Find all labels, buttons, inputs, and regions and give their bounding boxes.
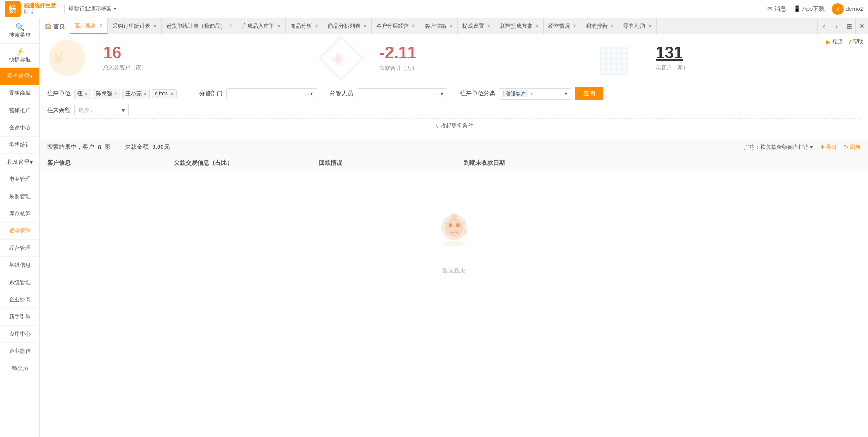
tab-close-all-button[interactable]: ✕ bbox=[855, 18, 868, 34]
stats-wrapper: ▶ 视频 ? 帮助 ¥ 16 bbox=[40, 34, 868, 81]
tab-business-status[interactable]: 经营情况 ✕ bbox=[544, 18, 581, 34]
sidebar-item-new-guide[interactable]: 新手引导 bbox=[0, 309, 39, 326]
sidebar-item-app-center[interactable]: 应用中心 bbox=[0, 326, 39, 343]
tab-bar: 🏠 首页 客户账本 ✕ 采购订单统计表 ✕ 进货单统计表（按商品） ✕ 产成品入… bbox=[40, 18, 868, 34]
sort-select[interactable]: 排序：按欠款金额倒序排序 ▾ bbox=[744, 143, 813, 151]
tab-goods-analysis[interactable]: 商品分析 ✕ bbox=[286, 18, 323, 34]
unit-tags-more[interactable]: ... bbox=[178, 90, 187, 98]
unit-tags-area: 伍 ✕ 陈民强 ✕ 王小亮 ✕ cjttcw ✕ bbox=[74, 89, 187, 99]
sidebar-item-enterprise[interactable]: 企业协同 bbox=[0, 291, 39, 309]
tab-customer-contact[interactable]: 客户联络 ✕ bbox=[420, 18, 458, 34]
tab-close-profit-report[interactable]: ✕ bbox=[610, 24, 614, 28]
search-result-actions: 排序：按欠款金额倒序排序 ▾ ⬇ 导出 ↻ 刷新 bbox=[744, 143, 861, 151]
sidebar-item-basic-info[interactable]: 基础信息 bbox=[0, 257, 39, 274]
balance-filter-select[interactable]: 选择... ▾ bbox=[74, 104, 129, 116]
sidebar-item-ecommerce[interactable]: 电商管理 bbox=[0, 171, 39, 188]
tab-product-instock[interactable]: 产成品入库单 ✕ bbox=[237, 18, 286, 34]
logo-text: 畅捷通好生意 bbox=[24, 2, 56, 9]
sidebar-item-retail[interactable]: 零售管理 ▾ bbox=[0, 68, 39, 85]
tab-close-goods-analysis[interactable]: ✕ bbox=[315, 24, 318, 28]
sidebar: 🔍 搜索菜单 ⚡ 快捷导航 零售管理 ▾ 零售商城 营销推广 会员中心 零售统计… bbox=[0, 18, 40, 437]
stat-debt-amount-label: 欠款合计（万） bbox=[379, 64, 417, 72]
tab-close-customer-contact[interactable]: ✕ bbox=[449, 24, 453, 28]
home-icon: 🏠 bbox=[44, 23, 52, 29]
tab-close-customer-book[interactable]: ✕ bbox=[99, 23, 103, 28]
refresh-button[interactable]: ↻ 刷新 bbox=[844, 143, 861, 151]
unit-filter-label: 往来单位 bbox=[47, 90, 71, 98]
user-menu[interactable]: d demo2 bbox=[832, 3, 863, 15]
sidebar-item-search[interactable]: 🔍 搜索菜单 bbox=[0, 18, 39, 44]
main-layout: 🔍 搜索菜单 ⚡ 快捷导航 零售管理 ▾ 零售商城 营销推广 会员中心 零售统计… bbox=[0, 18, 868, 437]
stat-debt-customers-number: 16 bbox=[103, 44, 147, 62]
help-button[interactable]: ? 帮助 bbox=[848, 38, 863, 46]
sidebar-item-retail-mall[interactable]: 零售商城 bbox=[0, 85, 39, 102]
tab-add-promotion-plan[interactable]: 新增提成方案 ✕ bbox=[495, 18, 544, 34]
query-button[interactable]: 查询 bbox=[575, 87, 603, 100]
message-button[interactable]: ✉ 消息 bbox=[767, 5, 786, 13]
tab-close-add-promotion-plan[interactable]: ✕ bbox=[535, 24, 539, 28]
customer-count: 0 bbox=[98, 144, 101, 151]
export-button[interactable]: ⬇ 导出 bbox=[820, 143, 837, 151]
stat3-content: 131 总客户（家） bbox=[656, 44, 688, 71]
chevron-down-icon: ▾ bbox=[30, 73, 33, 80]
svg-point-1 bbox=[443, 241, 465, 246]
tab-close-product-instock[interactable]: ✕ bbox=[277, 24, 281, 28]
video-help-button[interactable]: ▶ 视频 bbox=[826, 38, 843, 46]
unit-tag-chen-close[interactable]: ✕ bbox=[114, 91, 117, 96]
refresh-icon: ↻ bbox=[844, 144, 849, 150]
sidebar-item-quick-nav[interactable]: ⚡ 快捷导航 bbox=[0, 44, 39, 68]
logo-subtitle: 标版 bbox=[24, 9, 56, 15]
chevron-down-icon: ▾ bbox=[810, 144, 813, 150]
sidebar-item-system[interactable]: 系统管理 bbox=[0, 274, 39, 291]
tab-close-customer-tier[interactable]: ✕ bbox=[412, 24, 415, 28]
sidebar-item-wholesale[interactable]: 批发管理 ▾ bbox=[0, 154, 39, 171]
tab-promotion-settings[interactable]: 提成设置 ✕ bbox=[458, 18, 495, 34]
content-area: 🏠 首页 客户账本 ✕ 采购订单统计表 ✕ 进货单统计表（按商品） ✕ 产成品入… bbox=[40, 18, 868, 437]
tab-close-business-status[interactable]: ✕ bbox=[573, 24, 576, 28]
th-debt-info: 欠款交易信息（占比） bbox=[174, 159, 319, 167]
person-filter-select[interactable]: ··· ▾ bbox=[357, 88, 447, 99]
tab-goods-analysis-list[interactable]: 商品分析列表 ✕ bbox=[323, 18, 372, 34]
tab-home[interactable]: 🏠 首页 bbox=[40, 18, 70, 34]
tab-next-button[interactable]: › bbox=[830, 18, 843, 34]
sidebar-item-operations[interactable]: 经营管理 bbox=[0, 240, 39, 257]
stat-diamond-icon: ◈ bbox=[332, 48, 345, 67]
app-download-button[interactable]: 📱 App下载 bbox=[793, 5, 825, 13]
tab-prev-button[interactable]: ‹ bbox=[817, 18, 830, 34]
dept-filter-select[interactable]: ··· ▾ bbox=[226, 88, 317, 99]
sidebar-item-inventory[interactable]: 库存核算 bbox=[0, 205, 39, 223]
sidebar-item-member[interactable]: 会员中心 bbox=[0, 119, 39, 137]
tab-close-retail-profit[interactable]: ✕ bbox=[648, 24, 652, 28]
sidebar-item-finance[interactable]: 资金管理 bbox=[0, 223, 39, 240]
collapse-button[interactable]: ∧ 收起更多条件 bbox=[431, 120, 477, 132]
tab-customer-book[interactable]: 客户账本 ✕ bbox=[70, 18, 108, 34]
help-area: ▶ 视频 ? 帮助 bbox=[826, 38, 863, 46]
unit-tag-wu-close[interactable]: ✕ bbox=[84, 91, 88, 96]
tab-expand-button[interactable]: ⊞ bbox=[843, 18, 855, 34]
chevron-down-icon: ▾ bbox=[122, 107, 125, 114]
tab-purchase-order[interactable]: 采购订单统计表 ✕ bbox=[108, 18, 162, 34]
tab-close-purchase-order[interactable]: ✕ bbox=[153, 24, 157, 28]
unit-tag-cjttcw-close[interactable]: ✕ bbox=[170, 91, 173, 96]
sidebar-item-purchase[interactable]: 采购管理 bbox=[0, 188, 39, 205]
demo-account-select[interactable]: 母婴行业演示帐套 ▾ bbox=[64, 4, 120, 14]
stat-building-icon: ▦ bbox=[597, 37, 631, 79]
tab-close-purchase-stats[interactable]: ✕ bbox=[229, 24, 232, 28]
unit-class-tag-close[interactable]: ✕ bbox=[530, 91, 533, 96]
tab-customer-tier[interactable]: 客户分层经营 ✕ bbox=[372, 18, 420, 34]
chevron-down-icon: ▾ bbox=[30, 159, 33, 166]
tab-close-goods-analysis-list[interactable]: ✕ bbox=[363, 24, 367, 28]
chevron-down-icon: ▾ bbox=[441, 90, 443, 97]
tab-close-promotion-settings[interactable]: ✕ bbox=[487, 24, 490, 28]
sidebar-item-vip[interactable]: 畅会员 bbox=[0, 360, 39, 377]
th-customer-info: 客户信息 bbox=[47, 159, 174, 167]
unit-class-select[interactable]: 普通客户 ✕ ▾ bbox=[499, 88, 571, 100]
sidebar-item-marketing[interactable]: 营销推广 bbox=[0, 102, 39, 119]
tab-retail-profit[interactable]: 零售利润 ✕ bbox=[619, 18, 657, 34]
tab-purchase-stats[interactable]: 进货单统计表（按商品） ✕ bbox=[162, 18, 237, 34]
unit-tag-wang-close[interactable]: ✕ bbox=[143, 91, 147, 96]
tab-profit-report[interactable]: 利润报告 ✕ bbox=[581, 18, 619, 34]
sidebar-item-retail-stats[interactable]: 零售统计 bbox=[0, 137, 39, 154]
sidebar-item-enterprise-wechat[interactable]: 企业微信 bbox=[0, 343, 39, 360]
chevron-down-icon: ▾ bbox=[114, 6, 116, 12]
